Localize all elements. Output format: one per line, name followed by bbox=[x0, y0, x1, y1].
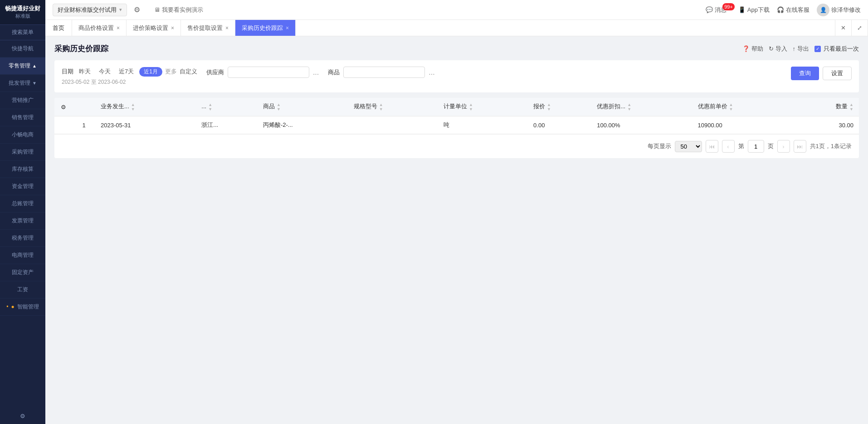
sidebar-item-smart[interactable]: ● 智能管理 bbox=[0, 299, 45, 316]
sidebar-search-menu[interactable]: 搜索菜单 bbox=[0, 25, 45, 40]
user-icon: 👤 bbox=[820, 7, 827, 13]
help-icon: ❓ bbox=[742, 45, 750, 52]
tab-sale-price-label: 售价提取设置 bbox=[187, 24, 223, 32]
tab-purchase-strategy[interactable]: 进价策略设置 × bbox=[127, 20, 181, 36]
product-dots-button[interactable]: ... bbox=[429, 68, 434, 77]
pagination-prev-button[interactable]: ‹ bbox=[722, 140, 735, 153]
date-option-custom[interactable]: 自定义 bbox=[180, 67, 197, 76]
sidebar-item-label-smart: 智能管理 bbox=[17, 303, 39, 311]
table-row: 1 2023-05-31 浙江... 丙烯酸-2-... 吨 0.00 100.… bbox=[54, 116, 859, 134]
tab-purchase-strategy-close[interactable]: × bbox=[171, 25, 174, 31]
sidebar-item-payroll[interactable]: 工资 bbox=[0, 281, 45, 299]
tab-history-price[interactable]: 采购历史价跟踪 × bbox=[235, 20, 296, 36]
filter-supplier-group: 供应商 ... bbox=[206, 67, 319, 78]
sidebar-item-marketing[interactable]: 营销推广 bbox=[0, 92, 45, 109]
filter-product-group: 商品 ... bbox=[328, 67, 434, 78]
demo-link[interactable]: 🖥 我要看实例演示 bbox=[154, 6, 203, 14]
date-option-more[interactable]: 更多 bbox=[165, 67, 177, 76]
date-option-yesterday[interactable]: 昨天 bbox=[76, 67, 93, 77]
sidebar-item-inventory[interactable]: 库存核算 bbox=[0, 161, 45, 178]
tab-sale-price[interactable]: 售价提取设置 × bbox=[181, 20, 235, 36]
col-header-date[interactable]: 业务发生...▲▼ bbox=[95, 98, 196, 116]
edition-selector[interactable]: 好业财标准版交付试用 ▾ bbox=[53, 4, 127, 16]
sidebar-item-purchase[interactable]: 采购管理 bbox=[0, 144, 45, 161]
sidebar-item-tax[interactable]: 税务管理 bbox=[0, 230, 45, 247]
sidebar-item-invoice[interactable]: 发票管理 bbox=[0, 212, 45, 230]
pagination-last-button[interactable]: ⏭ bbox=[794, 140, 806, 153]
sidebar-item-ecom[interactable]: 电商管理 bbox=[0, 247, 45, 264]
query-button[interactable]: 查询 bbox=[791, 67, 819, 80]
tabs-bar: 首页 商品价格设置 × 进价策略设置 × 售价提取设置 × 采购历史价跟踪 × … bbox=[45, 20, 868, 36]
user-menu[interactable]: 👤 徐泽华修改 bbox=[817, 4, 861, 16]
online-service-label: 在线客服 bbox=[786, 6, 809, 14]
app-download-button[interactable]: 📱 App下载 bbox=[738, 6, 770, 14]
tab-price[interactable]: 商品价格设置 × bbox=[72, 20, 127, 36]
tab-close-all-button[interactable]: ✕ bbox=[835, 20, 852, 36]
tab-history-price-label: 采购历史价跟踪 bbox=[242, 24, 283, 32]
col-header-quote[interactable]: 报价▲▼ bbox=[528, 98, 591, 116]
supplier-dots-button[interactable]: ... bbox=[313, 68, 319, 77]
filter-supplier-label: 供应商 bbox=[206, 68, 224, 77]
col-header-discount[interactable]: 优惠折扣...▲▼ bbox=[591, 98, 692, 116]
date-option-today[interactable]: 今天 bbox=[96, 67, 113, 77]
help-label: 帮助 bbox=[751, 45, 763, 53]
sidebar-item-general-ledger[interactable]: 总账管理 bbox=[0, 195, 45, 212]
logo-sub: 标准版 bbox=[4, 13, 42, 19]
sidebar-item-label-finance: 资金管理 bbox=[12, 183, 34, 190]
sidebar-item-label-payroll: 工资 bbox=[17, 286, 28, 294]
only-last-label: 只看最后一次 bbox=[824, 45, 859, 53]
sidebar-item-quick-nav[interactable]: 快捷导航 bbox=[0, 40, 45, 58]
row-pre-discount-price: 10900.00 bbox=[692, 116, 795, 134]
sidebar-item-label-retail: 零售管理 bbox=[9, 62, 30, 70]
import-button[interactable]: ↻ 导入 bbox=[769, 45, 787, 53]
page-title: 采购历史价跟踪 bbox=[54, 43, 108, 54]
table-gear-icon: ⚙ bbox=[61, 104, 66, 111]
filter-row: 日期 昨天 今天 近7天 近1月 更多 自定义 2023-05-02 至 202… bbox=[62, 67, 852, 86]
sidebar-gear-button[interactable]: ⚙ bbox=[0, 408, 45, 424]
col-header-dots[interactable]: ...▲▼ bbox=[196, 98, 258, 116]
sidebar-item-ecom-small[interactable]: 小畅电商 bbox=[0, 126, 45, 144]
col-header-spec[interactable]: 规格型号▲▼ bbox=[348, 98, 438, 116]
row-unit: 吨 bbox=[438, 116, 528, 134]
message-button[interactable]: 💬 消息 99+ bbox=[706, 6, 731, 14]
row-settings-cell bbox=[54, 116, 73, 134]
pagination-page-input[interactable] bbox=[748, 140, 764, 153]
date-option-last7[interactable]: 近7天 bbox=[116, 67, 137, 77]
tab-maximize-button[interactable]: ⤢ bbox=[852, 20, 868, 36]
sidebar-item-fixed-assets[interactable]: 固定资产 bbox=[0, 264, 45, 281]
col-header-product[interactable]: 商品▲▼ bbox=[258, 98, 348, 116]
per-page-select[interactable]: 50 20 100 200 bbox=[675, 141, 702, 152]
chevron-down-icon: ▾ bbox=[119, 7, 122, 13]
sidebar-item-retail[interactable]: 零售管理 ▲ bbox=[0, 58, 45, 75]
product-input[interactable] bbox=[343, 67, 425, 78]
tab-price-close[interactable]: × bbox=[117, 25, 120, 31]
sidebar-item-wholesale[interactable]: 批发管理 ▼ bbox=[0, 75, 45, 92]
supplier-input[interactable] bbox=[228, 67, 309, 78]
pagination-bar: 每页显示 50 20 100 200 ⏮ ‹ 第 页 › ⏭ 共1页，1条记录 bbox=[54, 134, 859, 158]
pagination-first-button[interactable]: ⏮ bbox=[706, 140, 718, 153]
tab-sale-price-close[interactable]: × bbox=[225, 25, 229, 31]
export-button[interactable]: ↑ 导出 bbox=[793, 45, 809, 53]
topbar-settings-button[interactable]: ⚙ bbox=[131, 4, 143, 16]
col-header-unit[interactable]: 计量单位▲▼ bbox=[438, 98, 528, 116]
sidebar-item-sales[interactable]: 销售管理 bbox=[0, 109, 45, 126]
col-header-quantity[interactable]: 数量▲▼ bbox=[795, 98, 859, 116]
tab-history-price-close[interactable]: × bbox=[286, 25, 289, 31]
col-header-pre-discount[interactable]: 优惠前单价▲▼ bbox=[692, 98, 795, 116]
main-area: 好业财标准版交付试用 ▾ ⚙ 🖥 我要看实例演示 💬 消息 99+ 📱 App下… bbox=[45, 0, 868, 424]
row-num: 1 bbox=[73, 116, 95, 134]
col-header-settings[interactable]: ⚙ bbox=[54, 98, 73, 116]
settings-button[interactable]: 设置 bbox=[823, 67, 852, 80]
help-button[interactable]: ❓ 帮助 bbox=[742, 45, 763, 53]
mobile-icon: 📱 bbox=[738, 6, 746, 13]
pagination-next-button[interactable]: › bbox=[777, 140, 790, 153]
dot-icon: ● bbox=[11, 304, 14, 310]
date-option-last1m[interactable]: 近1月 bbox=[139, 67, 162, 77]
row-date: 2023-05-31 bbox=[95, 116, 196, 134]
online-service-button[interactable]: 🎧 在线客服 bbox=[777, 6, 809, 14]
sidebar-arrow-retail: ▲ bbox=[32, 63, 37, 68]
sidebar-item-finance[interactable]: 资金管理 bbox=[0, 178, 45, 195]
tab-home[interactable]: 首页 bbox=[45, 20, 72, 36]
filter-product-label: 商品 bbox=[328, 68, 340, 77]
only-last-checkbox[interactable]: ✓ 只看最后一次 bbox=[814, 45, 859, 53]
